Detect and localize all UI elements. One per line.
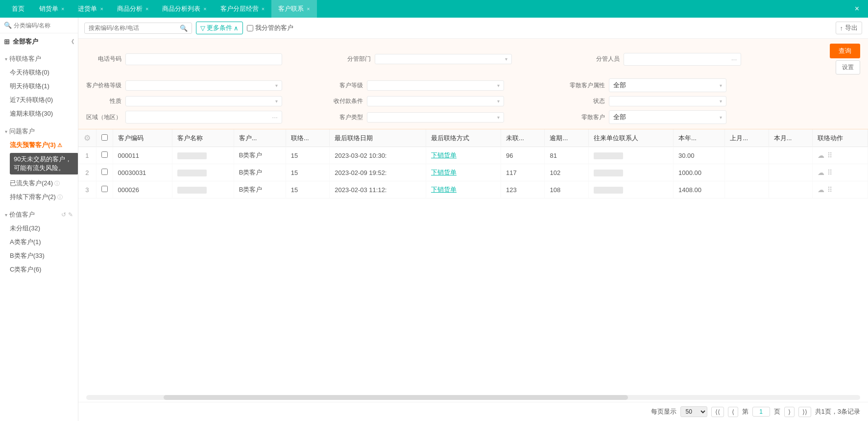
col-checkbox bbox=[96, 129, 113, 147]
all-customers-header[interactable]: ⊞ 全部客户 《 bbox=[0, 33, 78, 50]
col-contact: 联络... bbox=[286, 129, 329, 147]
zero-attr-select[interactable]: 全部 ▾ bbox=[609, 78, 726, 92]
row2-method-link[interactable]: 下销货单 bbox=[431, 169, 457, 176]
sidebar-item-today[interactable]: 今天待联络(0) bbox=[0, 66, 78, 79]
sidebar-item-declining[interactable]: 持续下滑客户(2) ⓘ bbox=[0, 190, 78, 204]
settings-button[interactable]: 设置 bbox=[836, 60, 860, 74]
dept-label: 分管部门 bbox=[336, 55, 375, 63]
nav-tab-customer-tier[interactable]: 客户分层经营 × bbox=[214, 0, 271, 18]
main-layout: 🔍 ⊞ 全部客户 《 ▾ 待联络客户 今天待联络(0) 明天待联络(1) 近7天… bbox=[0, 18, 868, 421]
section-value-header[interactable]: ▾ 价值客户 ↺ ✎ bbox=[0, 208, 78, 222]
nav-tab-analysis[interactable]: 商品分析 × bbox=[110, 0, 155, 18]
table-row: 2 00030031 B类客户 15 2023-02-09 19:52: 下销货… bbox=[78, 164, 868, 181]
row3-select[interactable] bbox=[101, 186, 108, 192]
row3-last-month bbox=[725, 181, 769, 198]
settings-gear-icon[interactable]: ⚙ bbox=[84, 134, 91, 142]
sidebar-item-churn-warning[interactable]: 流失预警客户(3) ⚠ bbox=[0, 138, 78, 152]
row1-more-icon[interactable]: ⠿ bbox=[827, 151, 832, 159]
filter-search-input[interactable] bbox=[89, 25, 178, 31]
section-pending-header[interactable]: ▾ 待联络客户 bbox=[0, 52, 78, 66]
sidebar-item-a-class[interactable]: A类客户(1) bbox=[0, 235, 78, 249]
nature-select[interactable]: ▾ bbox=[125, 96, 282, 106]
horizontal-scrollbar[interactable] bbox=[86, 395, 860, 400]
sidebar-item-7days[interactable]: 近7天待联络(0) bbox=[0, 93, 78, 107]
field-nature: 性质 ▾ bbox=[86, 96, 318, 106]
row2-last-method[interactable]: 下销货单 bbox=[426, 164, 501, 181]
filter-search-icon[interactable]: 🔍 bbox=[180, 25, 188, 32]
close-tab-sales[interactable]: × bbox=[61, 6, 64, 12]
nav-tab-sales[interactable]: 销货单 × bbox=[32, 0, 71, 18]
more-conditions-btn[interactable]: ▽ 更多条件 ∧ bbox=[196, 22, 243, 34]
row3-chat-icon[interactable]: ☁ bbox=[818, 186, 824, 194]
section-problem-header[interactable]: ▾ 问题客户 bbox=[0, 124, 78, 138]
nav-tab-purchase[interactable]: 进货单 × bbox=[71, 0, 110, 18]
row1-last-method[interactable]: 下销货单 bbox=[426, 147, 501, 164]
page-number-input[interactable] bbox=[752, 407, 770, 417]
row2-num: 2 bbox=[78, 164, 96, 181]
staff-select[interactable]: ··· bbox=[624, 53, 741, 66]
close-tab-analysis-list[interactable]: × bbox=[203, 6, 206, 12]
per-page-select[interactable]: 50 100 200 bbox=[680, 406, 707, 417]
zero-customer-label: 零散客户 bbox=[570, 113, 609, 122]
next-page-btn[interactable]: ⟩ bbox=[784, 407, 795, 417]
row3-last-method[interactable]: 下销货单 bbox=[426, 181, 501, 198]
sidebar-item-tomorrow[interactable]: 明天待联络(1) bbox=[0, 79, 78, 93]
nav-tab-customer-contact[interactable]: 客户联系 × bbox=[271, 0, 316, 18]
dept-select[interactable]: ▾ bbox=[375, 54, 512, 64]
payment-select[interactable]: ▾ bbox=[367, 96, 504, 106]
price-level-select[interactable]: ▾ bbox=[125, 80, 282, 91]
customer-level-select[interactable]: ▾ bbox=[367, 80, 504, 91]
status-arrow: ▾ bbox=[720, 99, 722, 104]
close-tab-customer-tier[interactable]: × bbox=[262, 6, 265, 12]
zero-customer-select[interactable]: 全部 ▾ bbox=[609, 110, 726, 124]
customer-type-select[interactable]: ▾ bbox=[367, 112, 504, 123]
row3-method-link[interactable]: 下销货单 bbox=[431, 186, 457, 193]
sidebar-item-overdue[interactable]: 逾期未联络(30) bbox=[0, 107, 78, 121]
refresh-icon[interactable]: ↺ bbox=[61, 211, 66, 218]
nav-tab-analysis-list[interactable]: 商品分析列表 × bbox=[155, 0, 213, 18]
arrow-icon: ▾ bbox=[5, 56, 7, 62]
row1-chat-icon[interactable]: ☁ bbox=[818, 151, 824, 159]
area-select[interactable]: ··· bbox=[125, 111, 282, 124]
row1-method-link[interactable]: 下销货单 bbox=[431, 151, 457, 159]
section-pending: ▾ 待联络客户 今天待联络(0) 明天待联络(1) 近7天待联络(0) 逾期未联… bbox=[0, 50, 78, 123]
row1-select[interactable] bbox=[101, 151, 108, 158]
close-all-icon[interactable]: × bbox=[850, 4, 864, 13]
last-page-btn[interactable]: ⟩⟩ bbox=[798, 407, 811, 417]
row2-more-icon[interactable]: ⠿ bbox=[827, 169, 832, 176]
sidebar-item-ungrouped[interactable]: 未分组(32) bbox=[0, 222, 78, 235]
nature-arrow: ▾ bbox=[275, 99, 278, 104]
select-all-checkbox[interactable] bbox=[101, 134, 108, 141]
col-contact-label: 联络... bbox=[291, 134, 309, 142]
first-page-btn[interactable]: ⟨⟨ bbox=[711, 407, 724, 417]
query-button[interactable]: 查询 bbox=[830, 44, 860, 58]
export-icon: ↑ bbox=[840, 25, 844, 32]
close-tab-customer-contact[interactable]: × bbox=[307, 6, 310, 12]
phone-input[interactable] bbox=[125, 53, 282, 65]
row2-checkbox bbox=[96, 164, 113, 181]
row2-chat-icon[interactable]: ☁ bbox=[818, 169, 824, 176]
sidebar-search-input[interactable] bbox=[14, 22, 74, 29]
close-tab-analysis[interactable]: × bbox=[145, 6, 148, 12]
price-level-arrow: ▾ bbox=[275, 83, 278, 88]
prev-page-btn[interactable]: ⟨ bbox=[728, 407, 738, 417]
col-this-month-label: 本月... bbox=[774, 134, 792, 142]
export-btn[interactable]: ↑ 导出 bbox=[836, 22, 863, 34]
per-page-label: 每页显示 bbox=[651, 407, 676, 416]
col-this-month: 本月... bbox=[769, 129, 812, 147]
sidebar-item-c-class[interactable]: C类客户(6) bbox=[0, 263, 78, 276]
info-icon-declining: ⓘ bbox=[57, 194, 63, 201]
nav-home[interactable]: 首页 bbox=[4, 4, 32, 13]
row3-more-icon[interactable]: ⠿ bbox=[827, 186, 832, 194]
price-level-label: 客户价格等级 bbox=[86, 81, 125, 90]
sidebar-item-b-class[interactable]: B类客户(33) bbox=[0, 249, 78, 263]
sidebar-item-churned[interactable]: 已流失客户(24) ⓘ bbox=[0, 176, 78, 190]
edit-icon[interactable]: ✎ bbox=[68, 211, 73, 218]
row3-num: 3 bbox=[78, 181, 96, 198]
status-select[interactable]: ▾ bbox=[609, 96, 726, 106]
my-customers-checkbox-wrap[interactable]: 我分管的客户 bbox=[247, 24, 293, 32]
my-customers-checkbox[interactable] bbox=[247, 25, 253, 31]
scrollbar-thumb[interactable] bbox=[164, 395, 628, 400]
row2-select[interactable] bbox=[101, 169, 108, 175]
close-tab-purchase[interactable]: × bbox=[100, 6, 103, 12]
